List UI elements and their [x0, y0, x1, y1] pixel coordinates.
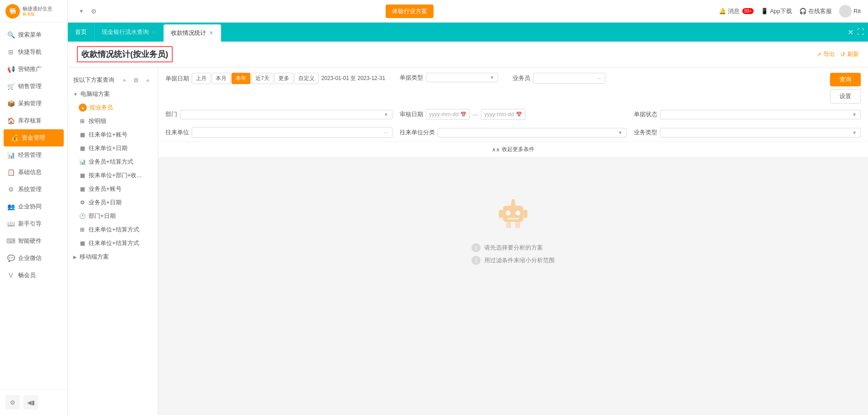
partner-category-select[interactable]: ▼ — [438, 128, 627, 137]
sidebar-item-inventory[interactable]: 🏠 库存核算 — [0, 112, 67, 129]
tree-label-by-partner-dept: 按来单位+部门+收... — [89, 171, 142, 179]
wallet-icon: 💰 — [11, 134, 18, 141]
settings-bottom-btn[interactable]: ⚙ — [5, 395, 20, 410]
doc-status-chevron: ▼ — [852, 112, 857, 117]
tree-mobile-group-title[interactable]: ▶ 移动端方案 — [68, 250, 158, 264]
sidebar-item-basics[interactable]: 📋 基础信息 — [0, 164, 67, 181]
sidebar-item-system[interactable]: ⚙ 系统管理 — [0, 181, 67, 198]
export-btn[interactable]: ↗ 导出 — [816, 50, 835, 58]
sidebar-item-wechat[interactable]: 💬 企业微信 — [0, 250, 67, 267]
pc-group-label: 电脑端方案 — [80, 90, 110, 98]
step-num-2: 2 — [472, 256, 481, 265]
tree-pc-group-title[interactable]: ▼ 电脑端方案 — [68, 87, 158, 101]
tree-item-partner-date[interactable]: ▦ 往来单位+日期 — [68, 141, 158, 155]
add-scheme-btn[interactable]: + — [120, 75, 129, 85]
user-info[interactable]: Rit — [839, 5, 861, 18]
doc-type-chevron: ▼ — [490, 75, 494, 80]
tab-home[interactable]: 首页 — [68, 23, 94, 42]
sidebar-item-smart-hardware[interactable]: ⌨ 智能硬件 — [0, 232, 67, 250]
refresh-btn[interactable]: ↺ 刷新 — [840, 50, 859, 58]
sidebar-item-guide[interactable]: 📖 新手引导 — [0, 215, 67, 232]
collapse-sidebar-btn[interactable]: ◀▮ — [24, 395, 38, 410]
online-service-btn[interactable]: 🎧 在线客服 — [799, 7, 832, 15]
tab-home-label: 首页 — [75, 28, 87, 36]
tree-item-by-partner-dept[interactable]: ▦ 按来单位+部门+收... — [68, 169, 158, 182]
header-gear-btn[interactable]: ⚙ — [88, 5, 100, 18]
tree-item-salesman-account[interactable]: ▦ 业务员+账号 — [68, 182, 158, 196]
review-date-to-input[interactable]: yyyy-mm-dd 📅 — [481, 109, 525, 120]
sidebar-label-basics: 基础信息 — [18, 168, 42, 176]
tab-bar-right: ✕ ⛶ — [848, 28, 868, 37]
date-label: 单据日期 — [165, 75, 189, 83]
tab-bank-flow-close[interactable]: ✕ — [151, 29, 156, 35]
tree-item-partner-settlement1[interactable]: ⊞ 往来单位+结算方式 — [68, 223, 158, 236]
collapse-btn[interactable]: ∧∧ 收起更多条件 — [492, 146, 534, 153]
dept-select[interactable]: ▼ — [180, 110, 392, 119]
tree-label-salesman-settlement: 业务员+结算方式 — [89, 158, 133, 166]
date-btn-this-year[interactable]: 本年 — [231, 73, 250, 84]
partner-select[interactable]: ··· — [192, 127, 392, 138]
date-range-display: 2023-01-01 至 2023-12-31 — [321, 75, 385, 82]
logo-icon: 畅 — [5, 4, 20, 19]
trial-button[interactable]: 体验行业方案 — [386, 5, 434, 18]
scheme-settings-btn[interactable]: ⚙ — [132, 75, 141, 85]
sidebar-item-purchase[interactable]: 📦 采购管理 — [0, 95, 67, 112]
tree-item-by-detail[interactable]: ⊞ 按明细 — [68, 114, 158, 128]
grid-icon: ⊞ — [79, 118, 86, 125]
svg-rect-10 — [515, 222, 520, 228]
member-icon: V — [7, 272, 14, 279]
sidebar-item-member[interactable]: V 畅会员 — [0, 267, 67, 284]
collapse-arrow-icon: ∧∧ — [492, 146, 500, 153]
avatar — [839, 5, 852, 18]
biz-type-select[interactable]: ▼ — [660, 128, 861, 137]
sidebar-item-finance[interactable]: 💰 资金管理 — [4, 129, 64, 146]
date-btn-7days[interactable]: 近7天 — [251, 73, 274, 84]
tree-label-by-salesman: 按业务员 — [90, 104, 113, 112]
sidebar-label-purchase: 采购管理 — [18, 99, 42, 108]
tree-arrow-icon: ▼ — [73, 92, 78, 97]
tree-item-salesman-settlement[interactable]: 📊 业务员+结算方式 — [68, 155, 158, 169]
app-download-btn[interactable]: 📱 App下载 — [761, 7, 792, 15]
hardware-icon: ⌨ — [7, 237, 14, 245]
date-btn-more[interactable]: 更多 — [274, 73, 293, 84]
query-btn[interactable]: 查询 — [830, 73, 861, 86]
tab-receipt-stat[interactable]: 收款情况统计 ✕ — [164, 24, 221, 42]
set-btn[interactable]: 设置 — [830, 89, 861, 104]
tab-bank-flow[interactable]: 现金银行流水查询 ✕ — [94, 23, 164, 42]
collapse-panel-btn[interactable]: « — [143, 75, 152, 85]
messages-badge: 99+ — [742, 8, 754, 14]
tree-item-dept-date[interactable]: 🕐 部门+日期 — [68, 209, 158, 223]
dept-group: 部门 ▼ — [165, 110, 392, 119]
messages-btn[interactable]: 🔔 消息 99+ — [719, 7, 754, 15]
sidebar: 畅 畅捷通好生意 标准版 🔍 搜索菜单 ⊞ 快捷导航 📢 营销推广 🛒 销售管理 — [0, 0, 68, 415]
tree-item-partner-account[interactable]: ▦ 往来单位+账号 — [68, 128, 158, 141]
doc-type-select[interactable]: ▼ — [426, 73, 498, 82]
tab-receipt-stat-label: 收款情况统计 — [171, 29, 206, 37]
sidebar-item-cooperation[interactable]: 👥 企业协同 — [0, 198, 67, 215]
tree-item-by-salesman[interactable]: ● 按业务员 — [68, 101, 158, 114]
doc-status-select[interactable]: ▼ — [660, 110, 861, 119]
sidebar-item-search-menu[interactable]: 🔍 搜索菜单 — [0, 26, 67, 43]
svg-rect-8 — [524, 210, 528, 218]
date-btn-this-month[interactable]: 本月 — [212, 73, 231, 84]
salesman-select[interactable]: ··· — [533, 73, 605, 84]
sidebar-label-guide: 新手引导 — [18, 220, 42, 228]
sidebar-item-operations[interactable]: 📊 经营管理 — [0, 146, 67, 164]
review-date-from-input[interactable]: yyyy-mm-dd 📅 — [426, 109, 470, 120]
review-date-to-value: yyyy-mm-dd — [484, 111, 514, 118]
tab-bar-maximize-icon[interactable]: ⛶ — [857, 28, 864, 36]
tree-item-salesman-date[interactable]: ⚙ 业务员+日期 — [68, 196, 158, 209]
header-chevron-icon[interactable]: ▼ — [79, 8, 84, 14]
tree-label-partner-settlement2: 往来单位+结算方式 — [89, 239, 139, 247]
sidebar-item-marketing[interactable]: 📢 营销推广 — [0, 61, 67, 78]
date-btn-last-month[interactable]: 上月 — [192, 73, 211, 84]
tab-bar-close-icon[interactable]: ✕ — [848, 28, 854, 37]
date-btn-custom[interactable]: 自定义 — [294, 73, 319, 84]
tab-receipt-stat-close[interactable]: ✕ — [209, 30, 213, 36]
sidebar-item-sales[interactable]: 🛒 销售管理 — [0, 78, 67, 95]
tree-label-salesman-date: 业务员+日期 — [89, 198, 122, 207]
sidebar-item-quick-nav[interactable]: ⊞ 快捷导航 — [0, 43, 67, 61]
tree-item-partner-settlement2[interactable]: ▦ 往来单位+结算方式 — [68, 236, 158, 250]
filter-row-3: 往来单位 ··· 往来单位分类 ▼ — [158, 123, 868, 141]
download-icon: 📱 — [761, 8, 768, 14]
